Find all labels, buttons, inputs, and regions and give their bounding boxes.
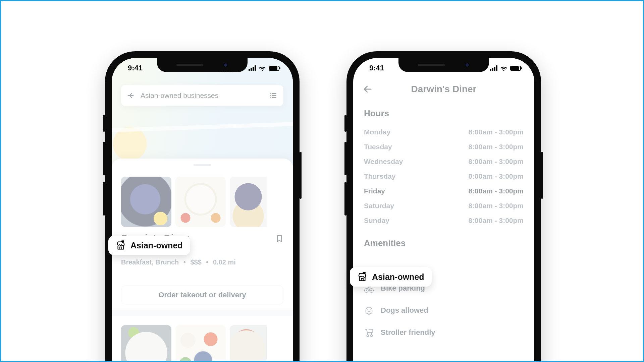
attribute-chip-asian-owned[interactable]: Asian-owned — [108, 236, 190, 255]
business-photo[interactable] — [175, 325, 226, 361]
chip-label: Asian-owned — [130, 241, 183, 250]
meta-categories: Breakfast, Brunch — [121, 258, 179, 266]
phone-side-button — [300, 152, 302, 199]
device-notch — [157, 58, 248, 72]
business-photo[interactable] — [230, 177, 267, 227]
photo-carousel[interactable] — [121, 325, 283, 361]
battery-icon — [269, 66, 279, 71]
business-card[interactable]: Cook's Crazy Rolls — [112, 324, 293, 361]
phone-side-button — [344, 142, 346, 175]
store-heart-icon — [116, 240, 126, 250]
hours-row-fri: Friday8:00am - 3:00pm — [364, 184, 524, 198]
order-button[interactable]: Order takeout or delivery — [121, 286, 283, 304]
phone-side-button — [541, 152, 543, 199]
amenity-row-stroller-friendly: Stroller friendly — [364, 321, 524, 344]
phone-side-button — [344, 115, 346, 132]
list-view-icon[interactable] — [269, 92, 277, 100]
business-meta: Breakfast, Brunch • $$$ • 0.02 mi — [121, 258, 283, 266]
order-button-label: Order takeout or delivery — [158, 291, 246, 299]
wifi-icon — [259, 65, 266, 71]
business-photo[interactable] — [121, 177, 171, 227]
device-notch — [398, 58, 489, 72]
hours-row-mon: Monday8:00am - 3:00pm — [364, 125, 524, 139]
search-bar[interactable]: Asian-owned businesses — [121, 85, 283, 106]
phone-side-button — [103, 182, 105, 216]
bookmark-icon[interactable] — [275, 234, 283, 244]
amenity-label: Stroller friendly — [381, 328, 435, 337]
back-icon[interactable] — [127, 92, 135, 99]
amenities-section: Amenities Bike parking Dogs allowed Stro… — [353, 231, 534, 347]
phone-side-button — [103, 142, 105, 175]
phone-frame-detail: 9:41 Darwin's Diner Hours Monday8:00am -… — [346, 51, 541, 361]
battery-icon — [510, 66, 521, 71]
status-time: 9:41 — [128, 64, 143, 72]
stroller-icon — [364, 327, 374, 338]
phone-side-button — [344, 182, 346, 216]
section-divider — [112, 310, 293, 316]
hours-heading: Hours — [364, 108, 524, 119]
screen-search: 9:41 Pier 33 Asian-owned businesses — [112, 58, 293, 361]
hours-section: Hours Monday8:00am - 3:00pm Tuesday8:00a… — [353, 102, 534, 231]
phone-side-button — [103, 115, 105, 132]
hours-row-sat: Saturday8:00am - 3:00pm — [364, 198, 524, 213]
chip-label: Asian-owned — [372, 272, 424, 282]
cellular-icon — [249, 65, 256, 71]
meta-distance: 0.02 mi — [213, 258, 236, 266]
hours-row-tue: Tuesday8:00am - 3:00pm — [364, 139, 524, 154]
business-photo[interactable] — [175, 177, 226, 227]
search-query: Asian-owned businesses — [141, 92, 218, 100]
sheet-grabber[interactable] — [194, 164, 211, 166]
detail-header: Darwin's Diner — [353, 77, 534, 102]
wifi-icon — [500, 65, 507, 71]
hours-row-thu: Thursday8:00am - 3:00pm — [364, 169, 524, 184]
back-icon[interactable] — [363, 84, 373, 94]
hours-row-sun: Sunday8:00am - 3:00pm — [364, 213, 524, 228]
status-time: 9:41 — [369, 64, 384, 72]
amenity-label: Dogs allowed — [381, 306, 428, 315]
cellular-icon — [490, 65, 497, 71]
amenity-row-dogs-allowed: Dogs allowed — [364, 299, 524, 321]
attribute-chip-asian-owned[interactable]: Asian-owned — [350, 267, 432, 287]
business-photo[interactable] — [230, 325, 267, 361]
page-title: Darwin's Diner — [411, 84, 477, 95]
hours-row-wed: Wednesday8:00am - 3:00pm — [364, 154, 524, 169]
business-photo[interactable] — [121, 325, 171, 361]
dog-icon — [364, 305, 374, 315]
results-sheet[interactable]: Darwin's Diner 189 — [112, 159, 293, 361]
meta-price: $$$ — [190, 258, 201, 266]
photo-carousel[interactable] — [121, 177, 283, 227]
amenities-heading: Amenities — [364, 238, 524, 248]
map-road — [112, 121, 293, 133]
store-heart-icon — [357, 272, 367, 282]
screen-detail: 9:41 Darwin's Diner Hours Monday8:00am -… — [353, 58, 534, 361]
phone-frame-search: 9:41 Pier 33 Asian-owned businesses — [105, 51, 300, 361]
